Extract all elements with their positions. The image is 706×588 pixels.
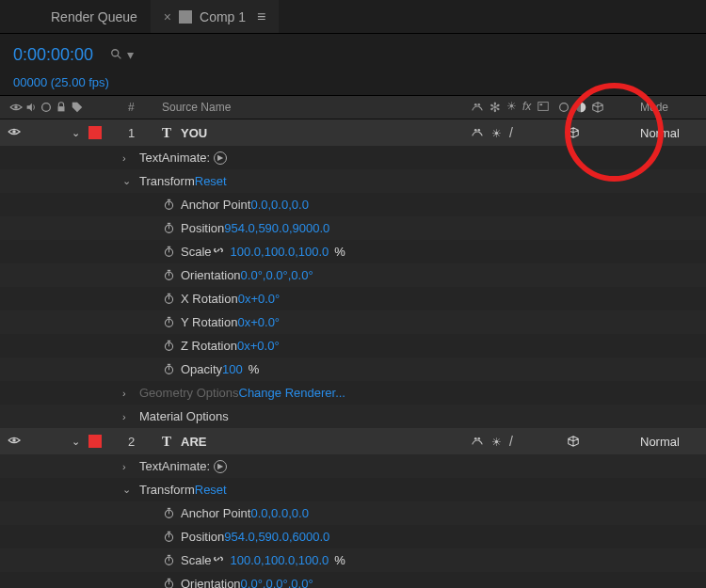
svg-rect-25: [167, 270, 169, 272]
sun-header-icon[interactable]: ☀: [506, 100, 517, 115]
stopwatch-icon[interactable]: [162, 293, 175, 306]
constrain-link-icon[interactable]: [212, 552, 225, 568]
property-value[interactable]: 0.0°,0.0°,0.0°: [241, 577, 313, 588]
stopwatch-icon[interactable]: [162, 316, 175, 329]
column-source-name[interactable]: Source Name: [162, 101, 471, 114]
stopwatch-icon[interactable]: [162, 578, 175, 589]
tab-render-queue[interactable]: Render Queue: [38, 0, 151, 33]
shy-icon[interactable]: [471, 434, 484, 450]
property-group-text[interactable]: ›TextAnimate: ▶: [0, 454, 706, 478]
property-group-material[interactable]: ›Material Options: [0, 405, 706, 428]
property-value[interactable]: 0.0,0.0,0.0: [250, 198, 308, 212]
transform-reset[interactable]: Reset: [195, 174, 430, 188]
property-value[interactable]: 0x+0.0°: [238, 292, 281, 306]
layer-row[interactable]: ⌄1TYOU☀/Normal: [0, 119, 706, 146]
blend-mode[interactable]: Normal: [640, 435, 706, 449]
asterisk-header-icon[interactable]: ✻: [489, 100, 501, 115]
svg-point-3: [42, 103, 51, 112]
shy-header-icon[interactable]: [471, 100, 484, 113]
property-group-transform[interactable]: ⌄TransformReset: [0, 478, 706, 501]
stopwatch-icon[interactable]: [162, 246, 175, 259]
chevron-down-icon[interactable]: ⌄: [122, 175, 134, 187]
twirl-down-icon[interactable]: ⌄: [72, 127, 83, 139]
property-group-text[interactable]: ›TextAnimate: ▶: [0, 146, 706, 169]
property-value[interactable]: 0.0°,0.0°,0.0°: [241, 268, 313, 282]
stopwatch-icon[interactable]: [162, 269, 175, 282]
frame-blend-header-icon[interactable]: [537, 100, 550, 113]
adjustment-header-icon[interactable]: [574, 101, 587, 114]
column-number[interactable]: #: [124, 101, 162, 114]
layer-color-swatch[interactable]: [88, 435, 102, 448]
layer-name[interactable]: TYOU: [162, 125, 471, 141]
close-icon[interactable]: ×: [164, 9, 171, 24]
layer-number: 2: [124, 435, 162, 449]
property-value[interactable]: 100: [222, 362, 243, 376]
quality-icon[interactable]: ☀: [491, 126, 502, 140]
audio-header-icon[interactable]: [24, 101, 38, 114]
collapse-icon[interactable]: /: [509, 434, 513, 449]
current-timecode[interactable]: 0:00:00:00: [13, 45, 93, 65]
chevron-down-icon[interactable]: ⌄: [122, 484, 134, 496]
animate-play-icon[interactable]: ▶: [214, 460, 227, 473]
chevron-right-icon[interactable]: ›: [122, 152, 134, 164]
timeline-layers: ⌄1TYOU☀/Normal›TextAnimate: ▶⌄TransformR…: [0, 119, 706, 588]
tab-comp[interactable]: × Comp 1 ≡: [151, 0, 280, 33]
property-label: Position: [181, 530, 224, 544]
lock-header-icon[interactable]: [55, 101, 68, 114]
svg-point-39: [474, 437, 477, 439]
svg-point-0: [112, 50, 119, 56]
chevron-right-icon[interactable]: ›: [122, 388, 134, 399]
stopwatch-icon[interactable]: [162, 531, 175, 544]
property-group-transform[interactable]: ⌄TransformReset: [0, 169, 706, 193]
property-label: Position: [181, 221, 224, 235]
quality-icon[interactable]: ☀: [491, 435, 502, 449]
visibility-toggle[interactable]: [8, 125, 23, 141]
property-value[interactable]: 100.0,100.0,100.0: [231, 553, 329, 567]
collapse-icon[interactable]: /: [509, 125, 513, 140]
search-input[interactable]: ▾: [110, 47, 134, 62]
property-value[interactable]: 954.0,590.0,9000.0: [224, 221, 329, 235]
blend-mode[interactable]: Normal: [640, 126, 706, 140]
column-mode[interactable]: Mode: [640, 101, 706, 114]
chevron-right-icon[interactable]: ›: [122, 411, 134, 422]
constrain-link-icon[interactable]: [212, 244, 225, 260]
shy-icon[interactable]: [471, 125, 484, 141]
text-layer-icon: T: [162, 434, 171, 450]
layer-name[interactable]: TARE: [162, 434, 471, 450]
svg-rect-19: [167, 223, 169, 225]
property-value[interactable]: 0x+0.0°: [237, 315, 280, 329]
stopwatch-icon[interactable]: [162, 199, 175, 212]
chevron-right-icon[interactable]: ›: [122, 461, 134, 472]
label-header-icon[interactable]: [70, 100, 85, 115]
change-renderer-link[interactable]: Change Renderer...: [239, 386, 474, 400]
stopwatch-icon[interactable]: [162, 554, 175, 567]
3d-header-icon[interactable]: [591, 101, 604, 114]
visibility-toggle[interactable]: [8, 434, 23, 450]
frame-fps[interactable]: 00000 (25.00 fps): [0, 75, 706, 95]
animate-menu[interactable]: Animate: ▶: [162, 459, 227, 473]
motion-blur-header-icon[interactable]: [557, 101, 570, 114]
property-value[interactable]: 100.0,100.0,100.0: [231, 245, 329, 259]
property-group-geometry[interactable]: ›Geometry OptionsChange Renderer...: [0, 381, 706, 405]
3d-toggle[interactable]: [554, 126, 592, 139]
stopwatch-icon[interactable]: [162, 222, 175, 235]
stopwatch-icon[interactable]: [162, 340, 175, 353]
property-value[interactable]: 0.0,0.0,0.0: [250, 506, 308, 520]
solo-header-icon[interactable]: [40, 101, 53, 114]
visibility-header-icon[interactable]: [9, 101, 23, 114]
fx-header-icon[interactable]: fx: [522, 100, 531, 115]
property-value[interactable]: 0x+0.0°: [237, 339, 280, 353]
panel-menu-icon[interactable]: ≡: [257, 8, 265, 25]
animate-play-icon[interactable]: ▶: [214, 151, 227, 165]
transform-reset[interactable]: Reset: [195, 483, 430, 497]
property-value[interactable]: 954.0,590.0,6000.0: [224, 530, 329, 544]
3d-toggle[interactable]: [554, 435, 592, 448]
layer-color-swatch[interactable]: [88, 126, 102, 139]
animate-menu[interactable]: Animate: ▶: [162, 151, 227, 165]
layer-row[interactable]: ⌄2TARE☀/Normal: [0, 428, 706, 454]
stopwatch-icon[interactable]: [162, 507, 175, 520]
search-caret: ▾: [127, 47, 134, 62]
twirl-down-icon[interactable]: ⌄: [72, 436, 83, 448]
svg-rect-34: [167, 341, 169, 342]
stopwatch-icon[interactable]: [162, 363, 175, 376]
